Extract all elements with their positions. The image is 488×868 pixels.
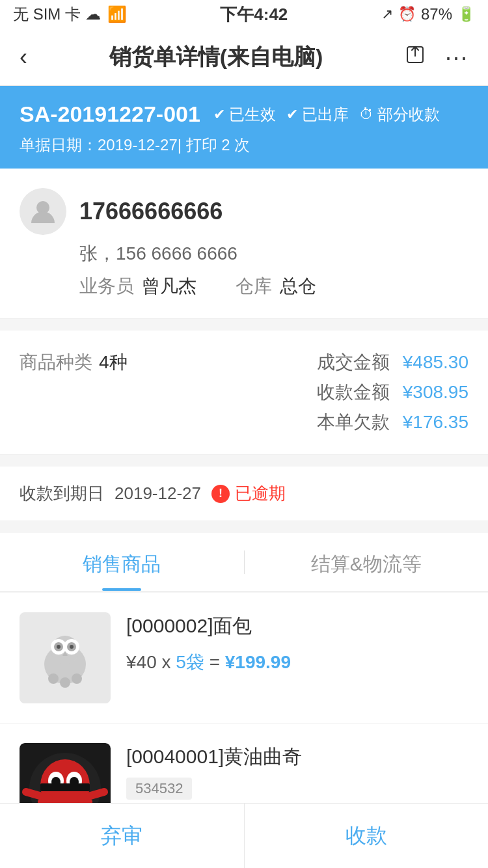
banner-top: SA-20191227-001 ✔ 已生效 ✔ 已出库 ⏱ 部分收款 [20,102,468,127]
wifi-icon: 📶 [107,5,127,23]
product-name-1: [0000002]面包 [126,612,468,640]
product-total-1: ¥199.99 [225,652,291,672]
product-types: 商品种类 4种 [20,350,128,375]
tab-sales-products[interactable]: 销售商品 [0,533,244,591]
svg-text:鱼+: 鱼+ [60,690,70,690]
status-left: 无 SIM 卡 ☁ 📶 [13,4,127,25]
stats-grid: 商品种类 4种 成交金额 ¥485.30 收款金额 ¥308.95 本单欠款 ¥… [20,350,468,435]
deal-amount-row: 成交金额 ¥485.30 [317,350,468,375]
payment-button[interactable]: 收款 [245,804,489,868]
product-qty-1: 5袋 [176,652,204,672]
deal-amount-value: ¥485.30 [403,352,468,373]
warehouse-value: 总仓 [280,274,316,299]
customer-top: 17666666666 [20,188,468,235]
product-item: 鱼+ [0000002]面包 ¥40 x 5袋 = ¥199.99 [0,593,488,724]
owed-amount-row: 本单欠款 ¥176.35 [317,410,468,435]
navigation-bar: ‹ 销货单详情(来自电脑) ··· [0,29,488,86]
status-effective: ✔ 已生效 [213,104,276,125]
stats-section: 商品种类 4种 成交金额 ¥485.30 收款金额 ¥308.95 本单欠款 ¥… [0,331,488,455]
sku-badge-2: 534532 [126,778,192,800]
location-icon: ↗ [381,6,393,23]
share-button[interactable] [405,44,426,70]
product-base-price-1: ¥40 x [126,652,176,672]
bottom-bar: 弃审 收款 [0,803,488,868]
svg-point-8 [57,645,61,649]
status-right: ↗ ⏰ 87% 🔋 [381,5,475,23]
alarm-icon: ⏰ [398,6,416,23]
more-button[interactable]: ··· [445,44,468,71]
warehouse-info: 仓库 总仓 [236,274,316,299]
received-label: 收款金额 [317,380,390,405]
due-date-section: 收款到期日 2019-12-27 ! 已逾期 [0,467,488,521]
equals-1: = [204,652,225,672]
product-types-value: 4种 [99,350,128,375]
tab-settlement[interactable]: 结算&物流等 [245,533,489,591]
svg-point-9 [70,645,74,649]
battery-icon: 🔋 [457,6,475,23]
order-id: SA-20191227-001 [20,102,200,127]
svg-point-12 [60,677,70,688]
status-partial-payment: ⏱ 部分收款 [359,104,440,125]
signal-text: 无 SIM 卡 ☁ [13,4,101,25]
product-info-1: [0000002]面包 ¥40 x 5袋 = ¥199.99 [126,612,468,675]
battery-text: 87% [421,5,452,23]
svg-rect-22 [40,783,90,791]
status-tags: ✔ 已生效 ✔ 已出库 ⏱ 部分收款 [213,104,440,125]
svg-point-11 [48,673,59,684]
owed-label: 本单欠款 [317,410,390,435]
received-value: ¥308.95 [403,382,468,403]
customer-contact: 张，156 6666 6666 [79,241,468,266]
deal-amount-label: 成交金额 [317,350,390,375]
status-time: 下午4:42 [220,3,288,26]
back-button[interactable]: ‹ [20,44,27,71]
stats-left: 商品种类 4种 [20,350,128,375]
status-shipped: ✔ 已出库 [286,104,349,125]
status-bar: 无 SIM 卡 ☁ 📶 下午4:42 ↗ ⏰ 87% 🔋 [0,0,488,29]
overdue-text: 已逾期 [235,482,286,505]
header-banner: SA-20191227-001 ✔ 已生效 ✔ 已出库 ⏱ 部分收款 单据日期：… [0,86,488,169]
salesperson-info: 业务员 曾凡杰 [79,274,197,299]
product-sku-2: 534532 [126,777,468,800]
customer-meta: 业务员 曾凡杰 仓库 总仓 [79,274,468,299]
avatar [20,188,66,235]
due-date-value: 2019-12-27 [115,483,201,504]
salesperson-label: 业务员 [79,274,134,299]
tabs-section: 销售商品 结算&物流等 [0,533,488,591]
salesperson-value: 曾凡杰 [142,274,197,299]
received-amount-row: 收款金额 ¥308.95 [317,380,468,405]
banner-date: 单据日期：2019-12-27| 打印 2 次 [20,135,468,156]
cancel-review-button[interactable]: 弃审 [0,804,245,868]
check-icon-1: ✔ [213,106,225,123]
tabs-row: 销售商品 结算&物流等 [0,533,488,591]
warehouse-label: 仓库 [236,274,272,299]
product-types-label: 商品种类 [20,350,92,375]
customer-section: 17666666666 张，156 6666 6666 业务员 曾凡杰 仓库 总… [0,169,488,319]
product-name-2: [00040001]黄油曲奇 [126,743,468,770]
owed-value: ¥176.35 [403,412,468,433]
clock-icon: ⏱ [359,106,373,123]
overdue-badge: ! 已逾期 [211,482,286,505]
product-thumbnail-1: 鱼+ [20,612,111,703]
page-title: 销货单详情(来自电脑) [109,42,323,72]
stats-right: 成交金额 ¥485.30 收款金额 ¥308.95 本单欠款 ¥176.35 [317,350,468,435]
due-date-label: 收款到期日 [20,482,104,505]
overdue-icon: ! [211,485,230,503]
customer-phone: 17666666666 [79,198,223,225]
nav-actions: ··· [405,44,468,71]
check-icon-2: ✔ [286,106,298,123]
product-price-1: ¥40 x 5袋 = ¥199.99 [126,650,468,675]
svg-point-13 [72,673,82,684]
